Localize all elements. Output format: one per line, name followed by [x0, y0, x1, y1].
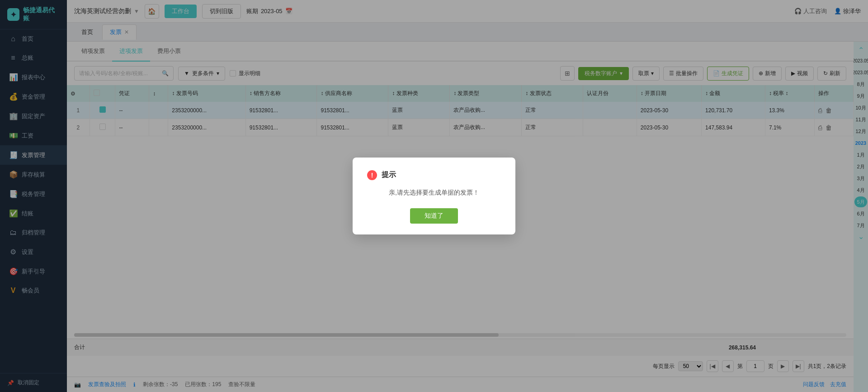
modal-title-row: ! 提示	[367, 170, 501, 180]
modal-title-text: 提示	[382, 170, 396, 180]
modal-dialog: ! 提示 亲,请先选择要生成单据的发票！ 知道了	[353, 158, 515, 234]
modal-footer: 知道了	[367, 208, 501, 224]
modal-warning-icon: !	[367, 170, 377, 180]
modal-overlay: ! 提示 亲,请先选择要生成单据的发票！ 知道了	[0, 0, 868, 392]
modal-message: 亲,请先选择要生成单据的发票！	[367, 187, 501, 197]
modal-confirm-button[interactable]: 知道了	[410, 208, 458, 224]
